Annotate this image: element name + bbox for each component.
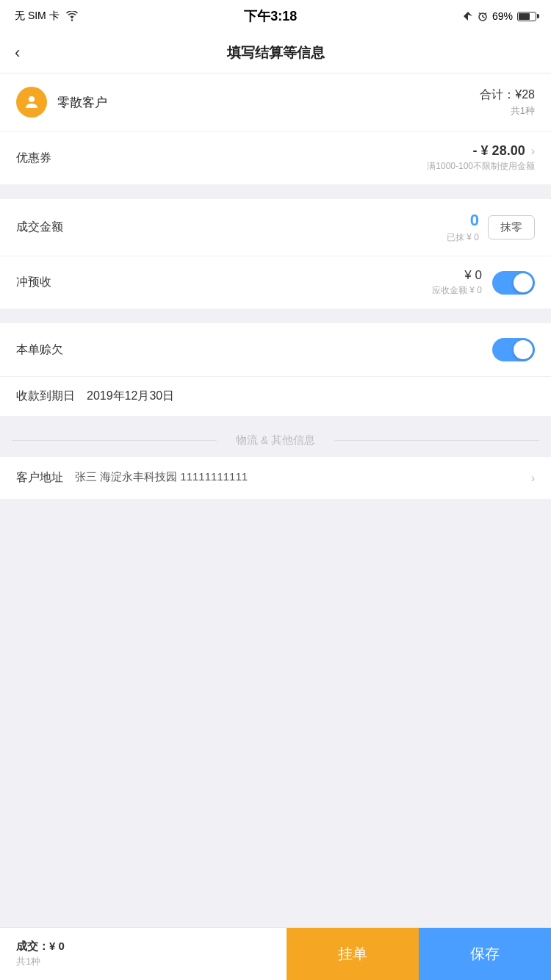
due-date-row: 收款到期日 2019年12月30日 (0, 376, 551, 416)
coupon-row[interactable]: 优惠券 - ¥ 28.00 › 满1000-100不限制使用金额 (0, 131, 551, 184)
bottom-spacer (0, 506, 551, 559)
bottom-deal-prefix: 成交： (16, 940, 49, 952)
deal-amount-value: 0 (447, 211, 479, 230)
save-button[interactable]: 保存 (419, 928, 551, 981)
logistics-line-right (334, 440, 539, 441)
advance-right: ¥ 0 应收金额 ¥ 0 (432, 268, 535, 297)
svg-point-0 (71, 19, 72, 21)
customer-count: 共1种 (480, 104, 535, 118)
battery-percent: 69% (492, 10, 513, 22)
customer-row: 零散客户 合计：¥28 共1种 (0, 73, 551, 131)
bottom-deal-value: ¥ 0 (49, 940, 65, 952)
advance-label: 冲预收 (16, 275, 51, 290)
status-bar: 无 SIM 卡 下午3:18 69% (0, 0, 551, 32)
address-row[interactable]: 客户地址 张三 海淀永丰科技园 11111111111 › (0, 457, 551, 499)
deal-amount-sub: 已抹 ¥ 0 (447, 231, 479, 244)
advance-sub: 应收金额 ¥ 0 (432, 284, 482, 297)
svg-point-4 (29, 96, 35, 102)
credit-toggle-knob (514, 340, 533, 359)
address-section: 客户地址 张三 海淀永丰科技园 11111111111 › (0, 457, 551, 499)
status-time: 下午3:18 (244, 7, 297, 25)
credit-toggle[interactable] (492, 338, 535, 361)
nav-bar: ‹ 填写结算等信息 (0, 32, 551, 73)
logistics-label: 物流 & 其他信息 (236, 433, 315, 447)
battery-icon (517, 12, 536, 21)
customer-avatar (16, 87, 47, 118)
page-title: 填写结算等信息 (227, 43, 325, 62)
location-icon (463, 11, 473, 21)
coupon-desc: 满1000-100不限制使用金额 (427, 160, 535, 173)
coupon-chevron-icon: › (531, 145, 535, 158)
coupon-label: 优惠券 (16, 151, 51, 166)
address-chevron-icon: › (531, 472, 535, 485)
deal-amount-label: 成交金额 (16, 220, 63, 235)
customer-right: 合计：¥28 共1种 (480, 87, 535, 118)
credit-section: 本单赊欠 收款到期日 2019年12月30日 (0, 323, 551, 416)
svg-line-3 (483, 17, 485, 18)
credit-row: 本单赊欠 (0, 323, 551, 376)
deal-amount-right: 0 已抹 ¥ 0 抹零 (447, 211, 535, 244)
wifi-icon (65, 11, 79, 21)
bottom-deal-label: 成交：¥ 0 (16, 940, 270, 954)
customer-left: 零散客户 (16, 87, 107, 118)
advance-toggle[interactable] (492, 271, 535, 295)
address-label: 客户地址 (16, 470, 63, 486)
advance-toggle-knob (514, 273, 533, 292)
credit-label: 本单赊欠 (16, 342, 63, 358)
customer-name: 零散客户 (57, 94, 107, 111)
person-icon (23, 93, 40, 111)
deal-amount-row: 成交金额 0 已抹 ¥ 0 抹零 (0, 199, 551, 256)
round-btn[interactable]: 抹零 (488, 215, 535, 239)
bottom-summary: 成交：¥ 0 共1种 (0, 940, 287, 968)
bottom-count: 共1种 (16, 955, 270, 968)
deal-section: 成交金额 0 已抹 ¥ 0 抹零 冲预收 ¥ 0 应收金额 ¥ 0 (0, 199, 551, 309)
sim-label: 无 SIM 卡 (15, 10, 60, 23)
coupon-amount: - ¥ 28.00 (473, 143, 525, 159)
status-left: 无 SIM 卡 (15, 10, 79, 23)
divider-2 (0, 316, 551, 323)
address-value: 张三 海淀永丰科技园 11111111111 (75, 470, 248, 484)
status-right: 69% (463, 10, 536, 22)
due-date-label: 收款到期日 (16, 389, 75, 404)
address-left: 客户地址 张三 海淀永丰科技园 11111111111 (16, 470, 248, 486)
advance-row: 冲预收 ¥ 0 应收金额 ¥ 0 (0, 256, 551, 309)
logistics-line-left (12, 440, 217, 441)
alarm-icon (478, 11, 488, 21)
hang-button[interactable]: 挂单 (287, 928, 419, 981)
advance-amount: ¥ 0 (432, 268, 482, 283)
due-date-value: 2019年12月30日 (87, 389, 174, 404)
bottom-bar: 成交：¥ 0 共1种 挂单 保存 (0, 927, 551, 980)
divider-1 (0, 192, 551, 199)
customer-section: 零散客户 合计：¥28 共1种 优惠券 - ¥ 28.00 › 满1000-10… (0, 73, 551, 184)
customer-total: 合计：¥28 (480, 87, 535, 103)
back-button[interactable]: ‹ (15, 43, 20, 62)
logistics-divider: 物流 & 其他信息 (0, 423, 551, 457)
